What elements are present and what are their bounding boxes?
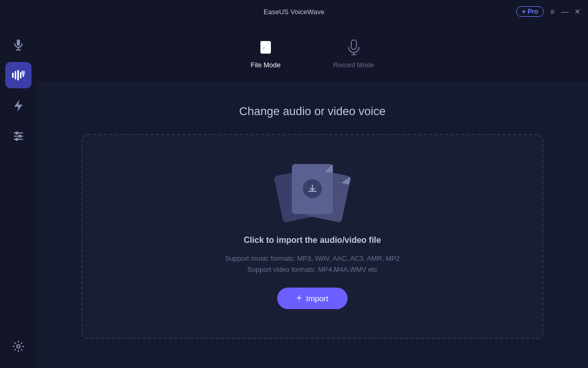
import-button-label: Import (306, 294, 329, 303)
download-icon (303, 179, 322, 198)
equalizer-icon (12, 130, 25, 142)
plus-icon: + (296, 293, 302, 304)
heart-icon: ♥ (522, 8, 526, 15)
window-controls: ♥ Pro ≡ — ✕ (516, 6, 582, 17)
settings-icon (12, 340, 25, 353)
close-button[interactable]: ✕ (573, 7, 582, 16)
sidebar: ✦ (0, 23, 37, 368)
file-icons-group: ♪ (278, 164, 346, 222)
pro-badge-label: Pro (528, 8, 538, 15)
import-button[interactable]: + Import (277, 288, 347, 309)
file-icon-center (292, 164, 333, 214)
svg-rect-3 (12, 73, 14, 78)
sidebar-item-settings[interactable] (5, 333, 32, 360)
svg-rect-0 (17, 39, 20, 46)
sidebar-item-microphone[interactable] (5, 32, 32, 58)
file-mode-label: File Mode (250, 61, 280, 69)
sidebar-item-equalizer[interactable] (5, 123, 32, 149)
menu-button[interactable]: ≡ (548, 7, 556, 16)
svg-rect-4 (15, 71, 16, 79)
app-title: EaseUS VoiceWave (264, 8, 324, 16)
drop-zone[interactable]: ♪ (81, 134, 543, 339)
record-mode-label: Record Mode (333, 61, 374, 69)
main-layout: ✦ (0, 23, 588, 368)
record-mode-icon (344, 38, 363, 57)
tab-bar: ♪ File Mode Record Mode (37, 23, 588, 84)
svg-point-11 (15, 131, 18, 135)
tab-record-mode[interactable]: Record Mode (323, 34, 385, 73)
drop-zone-sub-line1: Support music formats: MP3, WAV, AAC, AC… (225, 253, 400, 275)
page-title: Change audio or video voice (239, 105, 386, 118)
content-area: ♪ File Mode Record Mode Chang (37, 23, 588, 368)
drop-zone-title: Click to import the audio/video file (244, 236, 381, 245)
svg-rect-19 (351, 40, 356, 49)
svg-text:♪: ♪ (262, 45, 265, 50)
sidebar-item-voice-changer[interactable]: ✦ (5, 62, 32, 88)
page-content: Change audio or video voice ♪ (37, 84, 588, 368)
lightning-icon (13, 99, 24, 113)
voice-changer-icon: ✦ (12, 68, 25, 82)
svg-point-13 (18, 135, 22, 138)
minimize-button[interactable]: — (561, 7, 569, 16)
svg-rect-5 (17, 70, 19, 80)
sidebar-item-lightning[interactable] (5, 93, 32, 119)
title-bar: EaseUS VoiceWave ♥ Pro ≡ — ✕ (0, 0, 588, 23)
pro-badge[interactable]: ♥ Pro (516, 6, 544, 17)
svg-point-16 (17, 345, 20, 348)
tab-file-mode[interactable]: ♪ File Mode (240, 34, 291, 73)
svg-point-15 (15, 138, 18, 141)
microphone-icon (12, 38, 25, 51)
file-mode-icon: ♪ (256, 38, 275, 57)
